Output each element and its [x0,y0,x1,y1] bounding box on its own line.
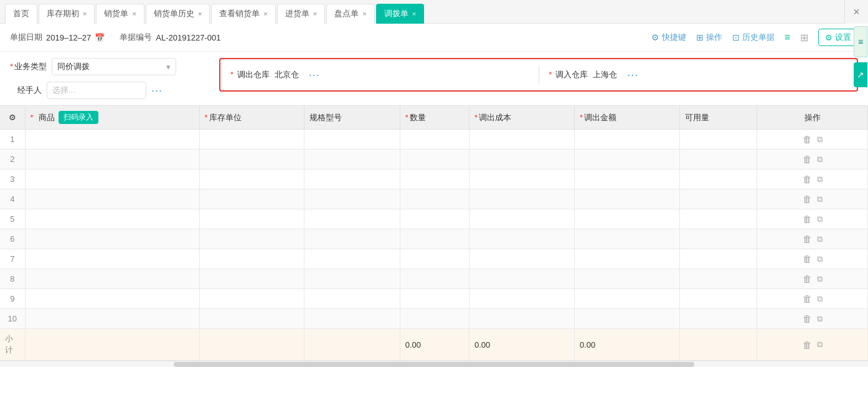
row-qty[interactable] [400,229,469,249]
row-qty[interactable] [400,289,469,309]
row-cost[interactable] [469,130,574,150]
row-copy-icon[interactable]: ⧉ [817,294,823,304]
row-unit[interactable] [199,189,304,209]
row-qty[interactable] [400,169,469,189]
row-spec[interactable] [304,150,400,169]
row-amount[interactable] [574,229,679,249]
row-spec[interactable] [304,130,400,150]
row-unit[interactable] [199,209,304,229]
tab-inventory-init-close[interactable]: × [83,10,87,17]
row-cost[interactable] [469,169,574,189]
row-product[interactable] [25,130,199,150]
row-product[interactable] [25,189,199,209]
row-unit[interactable] [199,249,304,269]
tab-sales-order-close[interactable]: × [132,10,136,17]
row-copy-icon[interactable]: ⧉ [817,314,823,324]
row-product[interactable] [25,309,199,329]
row-cost[interactable] [469,229,574,249]
row-copy-icon[interactable]: ⧉ [817,194,823,204]
row-qty[interactable] [400,309,469,329]
scan-button[interactable]: 扫码录入 [59,111,98,124]
row-delete-icon[interactable]: 🗑 [803,134,812,145]
row-product[interactable] [25,229,199,249]
row-amount[interactable] [574,130,679,150]
tab-purchase-close[interactable]: × [313,10,317,17]
row-cost[interactable] [469,249,574,269]
tab-sales-history[interactable]: 销货单历史 × [146,4,210,24]
row-delete-icon[interactable]: 🗑 [803,293,812,304]
row-copy-icon[interactable]: ⧉ [817,254,823,264]
row-copy-icon[interactable]: ⧉ [817,155,823,164]
row-unit[interactable] [199,130,304,150]
row-product[interactable] [25,269,199,289]
row-cost[interactable] [469,209,574,229]
row-product[interactable] [25,289,199,309]
row-copy-icon[interactable]: ⧉ [817,274,823,284]
row-unit[interactable] [199,269,304,289]
row-product[interactable] [25,209,199,229]
row-cost[interactable] [469,309,574,329]
row-delete-icon[interactable]: 🗑 [803,254,812,264]
handler-value[interactable]: 选择... [47,82,146,99]
right-panel-list-btn[interactable]: ≡ [854,26,867,57]
row-amount[interactable] [574,189,679,209]
row-cost[interactable] [469,269,574,289]
row-spec[interactable] [304,229,400,249]
row-unit[interactable] [199,150,304,169]
row-cost[interactable] [469,289,574,309]
row-product[interactable] [25,169,199,189]
row-amount[interactable] [574,289,679,309]
row-copy-icon[interactable]: ⧉ [817,135,823,145]
col-settings[interactable]: ⚙ [0,106,25,130]
row-unit[interactable] [199,309,304,329]
row-product[interactable] [25,249,199,269]
row-spec[interactable] [304,309,400,329]
biz-type-select[interactable]: 同价调拨 ▾ [52,58,176,75]
table-gear-icon[interactable]: ⚙ [9,113,16,122]
row-spec[interactable] [304,269,400,289]
layout-icon-list[interactable]: ≡ [785,32,790,43]
shortcut-action[interactable]: ⚙ 快捷键 [651,32,686,43]
row-delete-icon[interactable]: 🗑 [803,174,812,184]
row-unit[interactable] [199,229,304,249]
tab-inventory-init[interactable]: 库存期初 × [39,4,95,24]
tab-inventory-count[interactable]: 盘点单 × [326,4,374,24]
in-warehouse-value[interactable]: 上海仓 [593,69,617,80]
tab-inventory-count-close[interactable]: × [362,10,366,17]
row-unit[interactable] [199,169,304,189]
history-action[interactable]: ⊡ 历史单据 [732,32,775,43]
row-qty[interactable] [400,209,469,229]
out-warehouse-value[interactable]: 北京仓 [275,69,299,80]
row-delete-icon[interactable]: 🗑 [803,313,812,324]
row-qty[interactable] [400,150,469,169]
out-warehouse-more-icon[interactable]: ··· [309,69,320,82]
row-copy-icon[interactable]: ⧉ [817,214,823,224]
tab-sales-history-close[interactable]: × [198,10,202,17]
tab-view-sales[interactable]: 查看销货单 × [211,4,275,24]
row-cost[interactable] [469,150,574,169]
row-copy-icon[interactable]: ⧉ [817,340,823,350]
row-qty[interactable] [400,189,469,209]
row-cost[interactable] [469,189,574,209]
tab-sales-order[interactable]: 销货单 × [96,4,144,24]
tab-purchase[interactable]: 进货单 × [277,4,325,24]
row-copy-icon[interactable]: ⧉ [817,174,823,184]
window-close-button[interactable]: × [844,0,868,24]
row-qty[interactable] [400,249,469,269]
settings-button[interactable]: ⚙ 设置 [818,29,858,46]
row-product[interactable] [25,150,199,169]
row-delete-icon[interactable]: 🗑 [803,274,812,284]
row-delete-icon[interactable]: 🗑 [803,214,812,224]
row-delete-icon[interactable]: 🗑 [803,340,812,350]
row-amount[interactable] [574,209,679,229]
horizontal-scrollbar[interactable] [0,361,868,367]
in-warehouse-more-icon[interactable]: ··· [627,69,638,82]
scrollbar-thumb[interactable] [174,362,694,367]
row-delete-icon[interactable]: 🗑 [803,154,812,164]
tab-transfer[interactable]: 调拨单 × [376,4,424,24]
row-copy-icon[interactable]: ⧉ [817,234,823,244]
row-spec[interactable] [304,169,400,189]
row-amount[interactable] [574,150,679,169]
handler-more-icon[interactable]: ··· [151,84,163,97]
row-amount[interactable] [574,309,679,329]
